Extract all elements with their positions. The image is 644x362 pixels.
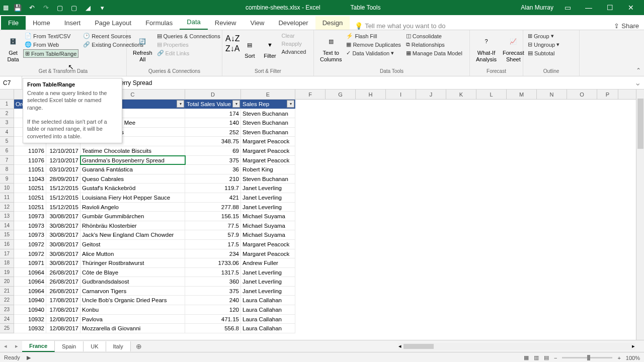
cell[interactable]: 69	[185, 146, 241, 155]
qat-icon[interactable]: ▢	[69, 3, 79, 13]
cell[interactable]: Côte de Blaye	[80, 268, 185, 277]
save-icon[interactable]: 💾	[13, 3, 23, 13]
cell[interactable]: 30/08/2017	[46, 249, 80, 258]
redo-icon[interactable]: ↷	[41, 3, 51, 13]
cell[interactable]: Grandma's Boysenberry Spread	[80, 156, 185, 165]
row-header[interactable]: 3	[0, 118, 14, 128]
cell[interactable]: Steven Buchanan	[241, 118, 295, 127]
col-header[interactable]: J	[416, 89, 446, 99]
cell[interactable]: Louisiana Fiery Hot Pepper Sauce	[80, 193, 185, 202]
cell[interactable]: Thüringer Rostbratwurst	[80, 258, 185, 267]
advanced-button[interactable]: Advanced	[280, 48, 307, 55]
row-header[interactable]: 22	[0, 296, 14, 305]
cell[interactable]: Gustaf's Knäckebröd	[80, 184, 185, 193]
maximize-icon[interactable]: ☐	[601, 4, 619, 12]
cell[interactable]: 11051	[14, 165, 46, 174]
get-data-button[interactable]: 🗄️Get Data	[3, 31, 23, 66]
scroll-left-icon[interactable]: ◂	[398, 343, 401, 349]
cell[interactable]: 10932	[14, 315, 46, 324]
row-header[interactable]: 20	[0, 277, 14, 287]
vertical-scrollbar[interactable]	[636, 89, 644, 340]
cell[interactable]: 12/10/2017	[46, 146, 80, 155]
col-header[interactable]: I	[386, 89, 416, 99]
col-header[interactable]: M	[507, 89, 537, 99]
cell[interactable]: Margaret Peacock	[241, 137, 295, 146]
user-name[interactable]: Alan Murray	[516, 4, 558, 11]
cell[interactable]: 556.8	[185, 324, 241, 333]
zoom-in-icon[interactable]: +	[617, 355, 620, 361]
col-header[interactable]: H	[356, 89, 386, 99]
cell[interactable]: 10964	[14, 287, 46, 296]
table-header[interactable]: Sales Rep▾	[241, 100, 295, 109]
cell[interactable]: 210	[185, 174, 241, 184]
cell[interactable]: Uncle Bob's Organic Dried Pears	[80, 296, 185, 305]
group-button[interactable]: ⊞Group ▾	[526, 32, 561, 40]
cell[interactable]: 12/08/2017	[46, 315, 80, 324]
cell[interactable]: Margaret Peacock	[241, 156, 295, 165]
cell[interactable]: 234	[185, 249, 241, 258]
col-header[interactable]: E	[241, 89, 295, 99]
cell[interactable]: Gudbrandsdalsost	[80, 277, 185, 286]
row-header[interactable]: 9	[0, 174, 14, 184]
cell[interactable]: 12/08/2017	[46, 324, 80, 333]
cell[interactable]: Robert King	[241, 165, 295, 174]
formula-bar[interactable]: Grandma's Boysenberry Spread	[63, 79, 631, 86]
cell[interactable]: 17/08/2017	[46, 296, 80, 305]
cell[interactable]: Guaraná Fantástica	[80, 165, 185, 174]
cell[interactable]: 30/08/2017	[46, 258, 80, 267]
sort-za-icon[interactable]: Z↓A	[225, 44, 239, 53]
row-header[interactable]: 25	[0, 324, 14, 333]
tab-developer[interactable]: Developer	[271, 16, 315, 30]
col-header[interactable]: G	[326, 89, 356, 99]
cell[interactable]: Pavlova	[80, 315, 185, 324]
cell[interactable]: 10973	[14, 221, 46, 230]
row-header[interactable]: 16	[0, 240, 14, 249]
cell[interactable]: 15/12/2015	[46, 203, 80, 212]
cell[interactable]: Steven Buchanan	[241, 109, 295, 118]
tab-file[interactable]: File	[1, 16, 26, 30]
qat-icon[interactable]: ▢	[55, 3, 65, 13]
select-all-button[interactable]	[0, 89, 14, 100]
view-normal-icon[interactable]: ▦	[524, 354, 529, 361]
ungroup-button[interactable]: ⊟Ungroup ▾	[526, 41, 561, 48]
undo-icon[interactable]: ↶	[27, 3, 37, 13]
sheet-tab-uk[interactable]: UK	[84, 341, 106, 351]
col-header[interactable]: F	[295, 89, 326, 99]
cell[interactable]: 15/12/2015	[46, 184, 80, 193]
row-header[interactable]: 8	[0, 165, 14, 174]
cell[interactable]: Alice Mutton	[80, 249, 185, 258]
cell[interactable]: 10973	[14, 212, 46, 221]
sheet-nav-next-icon[interactable]: ▸	[11, 343, 22, 349]
cell[interactable]: 11076	[14, 156, 46, 165]
minimize-icon[interactable]: —	[580, 4, 598, 12]
cell[interactable]: Ravioli Angelo	[80, 203, 185, 212]
share-button[interactable]: ⇪Share	[614, 22, 639, 30]
row-header[interactable]: 23	[0, 305, 14, 315]
row-header[interactable]: 15	[0, 230, 14, 240]
what-if-button[interactable]: ?What-If Analysis	[473, 31, 500, 66]
sheet-tab-spain[interactable]: Spain	[55, 341, 84, 351]
cell[interactable]: Janet Leverling	[241, 287, 295, 296]
data-validation-button[interactable]: ✓Data Validation ▾	[345, 49, 402, 57]
cell[interactable]: 26/08/2017	[46, 268, 80, 277]
col-header[interactable]: D	[185, 89, 241, 99]
cell[interactable]: Andrew Fuller	[241, 258, 295, 267]
row-header[interactable]: 13	[0, 212, 14, 221]
cell[interactable]: Queso Cabrales	[80, 174, 185, 184]
cell[interactable]: Laura Callahan	[241, 324, 295, 333]
tab-view[interactable]: View	[243, 16, 271, 30]
text-to-columns-button[interactable]: ▥Text to Columns	[317, 31, 345, 66]
flash-fill-button[interactable]: ⚡Flash Fill	[345, 32, 402, 40]
cell[interactable]: 17/08/2017	[46, 305, 80, 314]
col-header[interactable]: L	[476, 89, 507, 99]
cell[interactable]: Michael Suyama	[241, 230, 295, 239]
cell[interactable]: Teatime Chocolate Biscuits	[80, 146, 185, 155]
cell[interactable]: 10973	[14, 230, 46, 239]
collapse-ribbon-icon[interactable]: ⌃	[636, 67, 641, 74]
cell[interactable]: 240	[185, 296, 241, 305]
table-header[interactable]: Total Sales Value▾	[185, 100, 241, 109]
cell[interactable]: 12/10/2017	[46, 156, 80, 165]
sheet-tab-france[interactable]: France	[22, 341, 55, 352]
refresh-all-button[interactable]: 🔄Refresh All	[130, 31, 155, 66]
cell[interactable]: Janet Leverling	[241, 203, 295, 212]
